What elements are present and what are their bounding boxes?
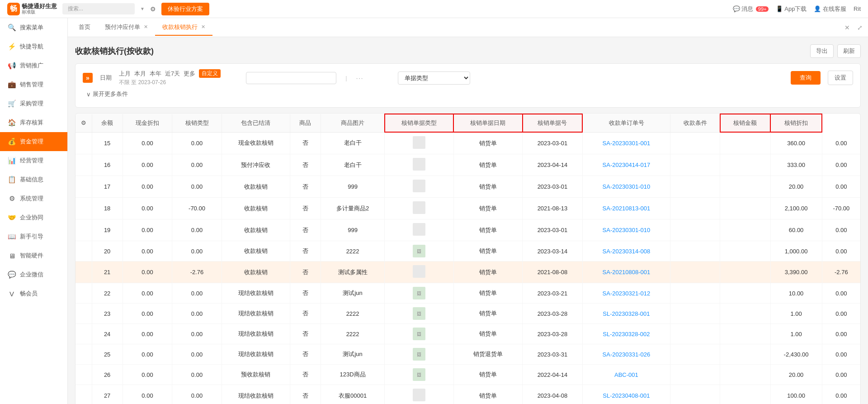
export-button[interactable]: 导出: [810, 44, 834, 58]
cell-settings: [75, 132, 92, 154]
cell-bill-no: SA-20230301-010: [582, 219, 670, 241]
cell-bill-type: 销货单: [453, 176, 522, 198]
bill-no-link[interactable]: SL-20230328-002: [603, 331, 650, 337]
cell-writeoff-disc: 0.00: [822, 344, 860, 365]
bill-no-link[interactable]: SA-20230301-010: [603, 183, 651, 190]
sidebar-item-operations[interactable]: 📊 经营管理: [0, 151, 67, 170]
cell-receipt-cond: [720, 385, 770, 404]
cell-id: 18: [92, 198, 123, 219]
table-row: 25 0.00 0.00 现结收款核销 否 测试jun 🖼 销货退货单 2023…: [75, 344, 860, 365]
cell-bill-no: SA-20230301-001: [582, 132, 670, 154]
dropdown-arrow-icon[interactable]: ▼: [140, 6, 145, 11]
product-image: [413, 265, 425, 278]
cell-included: 否: [290, 132, 321, 154]
tab-home[interactable]: 首页: [71, 19, 98, 36]
bill-no-link[interactable]: SA-20230301-010: [603, 227, 651, 233]
cell-writeoff-amt: 333.00: [770, 154, 822, 176]
hardware-icon: 🖥: [7, 252, 16, 260]
sidebar-item-finance[interactable]: 💰 资金管理: [0, 132, 67, 151]
cell-receipt-order: [670, 304, 720, 324]
tab-bar-actions: ✕ ⤢: [843, 22, 864, 33]
sidebar-item-search[interactable]: 🔍 搜索菜单: [0, 18, 67, 37]
sidebar-item-member[interactable]: V 畅会员: [0, 284, 67, 303]
date-custom[interactable]: 自定义: [199, 69, 221, 78]
bill-no-link[interactable]: SA-20230301-001: [603, 140, 651, 147]
sidebar-item-basics[interactable]: 📋 基础信息: [0, 170, 67, 189]
sidebar-item-wechat[interactable]: 💬 企业微信: [0, 265, 67, 284]
expand-conditions-button[interactable]: ∨ 展开更多条件: [83, 88, 853, 100]
setting-button[interactable]: 设置: [828, 71, 853, 85]
cell-goods: 测试jun: [321, 283, 385, 304]
date-this-month[interactable]: 本月: [134, 70, 146, 78]
bill-no-link[interactable]: SA-20210808-001: [603, 269, 651, 276]
th-settings[interactable]: ⚙: [75, 114, 92, 132]
cell-bill-no: ABC-001: [582, 365, 670, 385]
cell-receipt-cond: [720, 132, 770, 154]
sidebar-item-inventory[interactable]: 🏠 库存核算: [0, 113, 67, 132]
tab-prepay[interactable]: 预付冲应付单 ✕: [98, 19, 155, 36]
cell-balance: 0.00: [123, 241, 172, 261]
sidebar-item-quick-nav[interactable]: ⚡ 快捷导航: [0, 37, 67, 56]
bill-no-link[interactable]: SA-20230321-012: [603, 290, 651, 297]
date-last-month[interactable]: 上月: [119, 70, 131, 78]
product-image: 🖼: [413, 245, 425, 257]
tab-prepay-close[interactable]: ✕: [144, 24, 148, 30]
product-image: [413, 389, 425, 401]
sidebar-item-system[interactable]: ⚙ 系统管理: [0, 189, 67, 208]
app-download[interactable]: 📱 App下载: [776, 5, 807, 13]
refresh-button[interactable]: 刷新: [837, 44, 861, 58]
cell-bill-date: 2023-03-01: [523, 219, 583, 241]
cell-goods: 测试多属性: [321, 261, 385, 283]
sidebar-item-marketing[interactable]: 📢 营销推广: [0, 56, 67, 75]
settings-icon[interactable]: ⚙: [150, 5, 156, 13]
cell-included: 否: [290, 219, 321, 241]
cell-receipt-cond: [720, 261, 770, 283]
cell-bill-date: 2023-03-28: [523, 304, 583, 324]
bill-no-link[interactable]: SA-20210813-001: [603, 205, 651, 212]
industry-solution-button[interactable]: 休验行业方案: [161, 3, 209, 15]
date-this-year[interactable]: 本年: [150, 70, 161, 78]
cell-balance: 0.00: [123, 324, 172, 344]
cell-receipt-cond: [720, 219, 770, 241]
bill-no-link[interactable]: SA-20230314-008: [603, 248, 651, 255]
sidebar-item-guide[interactable]: 📖 新手引导: [0, 227, 67, 246]
sidebar-item-collab[interactable]: 🤝 企业协同: [0, 208, 67, 227]
product-image: [413, 158, 425, 171]
tab-writeoff-close[interactable]: ✕: [201, 24, 205, 30]
th-type: 核销类型: [172, 114, 222, 132]
cell-goods: 999: [321, 219, 385, 241]
cell-goods: 老白干: [321, 154, 385, 176]
date-7days[interactable]: 近7天: [165, 70, 180, 78]
cell-bill-no: SL-20230328-002: [582, 324, 670, 344]
cell-writeoff-amt: 60.00: [770, 219, 822, 241]
bill-no-link[interactable]: SL-20230328-001: [603, 310, 650, 317]
cell-type: 现结收款核销: [222, 283, 290, 304]
top-search[interactable]: 搜索...: [62, 3, 135, 14]
bill-type-select[interactable]: 单据类型: [398, 71, 470, 85]
tab-maximize-icon[interactable]: ⤢: [855, 22, 864, 33]
cell-cash-discount: 0.00: [172, 283, 222, 304]
tab-close-all-icon[interactable]: ✕: [843, 22, 852, 33]
sidebar-item-sales[interactable]: 💼 销售管理: [0, 75, 67, 94]
partner-input[interactable]: [246, 72, 336, 84]
bill-no-link[interactable]: SA-20230331-026: [603, 351, 651, 358]
query-button[interactable]: 查询: [791, 71, 821, 85]
cell-settings: [75, 385, 92, 404]
tab-writeoff[interactable]: 收款核销执行 ✕: [155, 19, 212, 36]
date-more[interactable]: 更多: [184, 70, 195, 78]
product-image: 🖼: [413, 368, 425, 381]
bill-no-link[interactable]: SA-20230414-017: [603, 162, 651, 168]
cell-bill-date: 2023-03-31: [523, 344, 583, 365]
cell-cash-discount: 0.00: [172, 176, 222, 198]
filter-expand-arrow[interactable]: »: [83, 73, 93, 83]
bill-no-link[interactable]: ABC-001: [614, 371, 638, 378]
sidebar-item-hardware[interactable]: 🖥 智能硬件: [0, 246, 67, 265]
filter-dots[interactable]: ···: [356, 75, 364, 81]
online-service[interactable]: 👤 在线客服: [814, 5, 846, 13]
cell-included: 否: [290, 365, 321, 385]
bill-no-link[interactable]: SL-20230408-001: [603, 392, 650, 399]
sidebar-item-purchase[interactable]: 🛒 采购管理: [0, 94, 67, 113]
cell-receipt-cond: [720, 344, 770, 365]
cell-cash-discount: 0.00: [172, 241, 222, 261]
notification-area[interactable]: 💬 消息 99+: [733, 5, 769, 13]
